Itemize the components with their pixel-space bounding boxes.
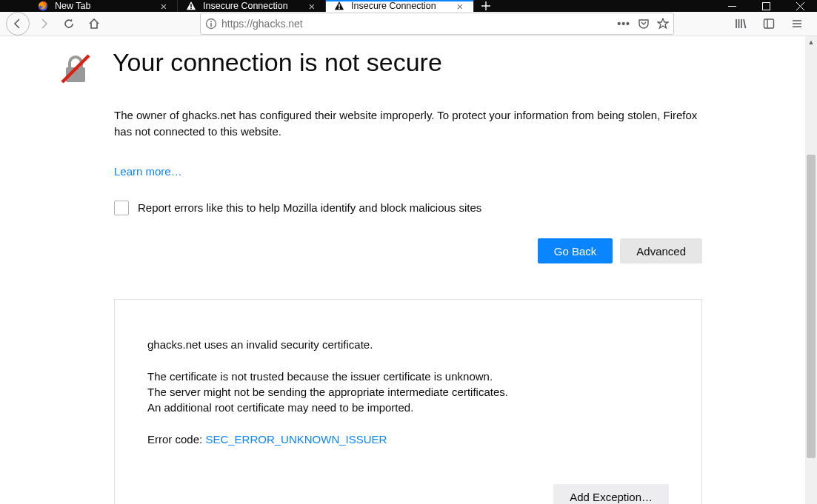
- titlebar: New Tab × Insecure Connection × Insecure…: [0, 0, 817, 12]
- tab-label: Insecure Connection: [203, 1, 300, 11]
- svg-rect-1: [190, 4, 192, 7]
- tab-insecure-2[interactable]: Insecure Connection ×: [326, 0, 474, 12]
- close-icon[interactable]: ×: [158, 0, 170, 12]
- svg-rect-8: [210, 23, 212, 27]
- info-icon[interactable]: [205, 18, 217, 30]
- navbar: https://ghacks.net •••: [0, 12, 817, 36]
- scrollbar-thumb[interactable]: [807, 155, 816, 458]
- report-label: Report errors like this to help Mozilla …: [138, 200, 481, 216]
- close-icon[interactable]: ×: [454, 0, 466, 12]
- tab-newtab[interactable]: New Tab ×: [30, 0, 178, 12]
- home-button[interactable]: [83, 13, 105, 35]
- description-text: The owner of ghacks.net has configured t…: [114, 107, 702, 140]
- add-exception-button[interactable]: Add Exception…: [553, 484, 669, 504]
- tab-label: New Tab: [55, 1, 152, 11]
- certificate-details: ghacks.net uses an invalid security cert…: [114, 299, 702, 504]
- svg-rect-2: [190, 8, 192, 10]
- learn-more-link[interactable]: Learn more…: [114, 164, 182, 180]
- bookmark-star-icon[interactable]: [657, 18, 669, 30]
- reload-button[interactable]: [58, 13, 80, 35]
- tab-insecure-1[interactable]: Insecure Connection ×: [178, 0, 326, 12]
- url-text: https://ghacks.net: [221, 18, 613, 30]
- tab-label: Insecure Connection: [351, 1, 448, 11]
- error-code-label: Error code:: [147, 433, 205, 446]
- report-checkbox[interactable]: [114, 201, 129, 215]
- pocket-icon[interactable]: [638, 18, 650, 30]
- svg-rect-5: [762, 2, 770, 10]
- page-content: Your connection is not secure The owner …: [0, 36, 805, 504]
- forward-button[interactable]: [33, 13, 55, 35]
- page-actions-icon[interactable]: •••: [617, 18, 630, 30]
- tabstrip: New Tab × Insecure Connection × Insecure…: [0, 0, 715, 12]
- cert-reason: The server might not be sending the appr…: [147, 384, 669, 400]
- library-icon[interactable]: [730, 13, 752, 35]
- minimize-button[interactable]: [715, 0, 749, 12]
- svg-point-7: [210, 21, 212, 22]
- menu-icon[interactable]: [786, 13, 808, 35]
- svg-rect-4: [339, 8, 340, 10]
- close-window-button[interactable]: [783, 0, 817, 12]
- url-bar[interactable]: https://ghacks.net •••: [200, 13, 674, 35]
- sidebar-icon[interactable]: [758, 13, 780, 35]
- scrollbar[interactable]: ▲ ▼: [805, 36, 817, 504]
- insecure-lock-icon: [58, 51, 93, 87]
- firefox-icon: [37, 0, 49, 12]
- error-code-link[interactable]: SEC_ERROR_UNKNOWN_ISSUER: [205, 433, 387, 446]
- cert-summary: ghacks.net uses an invalid security cert…: [147, 337, 669, 352]
- cert-reason: The certificate is not trusted because t…: [147, 369, 669, 384]
- svg-rect-3: [339, 4, 340, 7]
- go-back-button[interactable]: Go Back: [538, 238, 613, 263]
- advanced-button[interactable]: Advanced: [620, 238, 702, 263]
- back-button[interactable]: [6, 12, 30, 36]
- close-icon[interactable]: ×: [306, 0, 318, 12]
- new-tab-button[interactable]: [474, 0, 498, 12]
- maximize-button[interactable]: [749, 0, 783, 12]
- cert-reason: An additional root certificate may need …: [147, 400, 669, 415]
- warning-icon: [185, 0, 197, 12]
- svg-rect-9: [764, 19, 774, 28]
- warning-icon: [333, 0, 345, 12]
- page-title: Your connection is not secure: [113, 48, 442, 77]
- window-controls: [715, 0, 817, 12]
- scroll-up-icon[interactable]: ▲: [805, 36, 817, 48]
